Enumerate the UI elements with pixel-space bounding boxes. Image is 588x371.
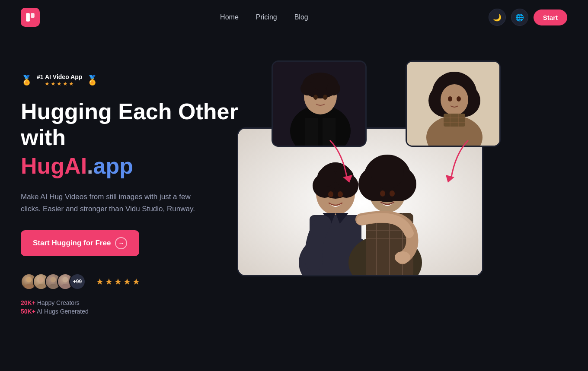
- star-5: ★: [132, 276, 140, 287]
- stat-creators: 20K+ Happy Creators: [21, 299, 246, 306]
- stat-creators-label: Happy Creators: [37, 299, 80, 306]
- avatars: +99: [21, 273, 81, 290]
- logo[interactable]: [21, 8, 40, 27]
- star-rating: ★ ★ ★ ★ ★: [96, 276, 140, 287]
- star-1: ★: [96, 276, 104, 287]
- cta-arrow-icon: →: [115, 237, 127, 249]
- svg-point-48: [338, 191, 343, 197]
- hero-left: 🏅 #1 AI Video App ★★★★★ 🏅 Hugging Each O…: [21, 60, 246, 315]
- accent-blue-text: app: [93, 153, 133, 178]
- svg-point-14: [300, 82, 314, 95]
- svg-point-62: [380, 190, 385, 197]
- hero-description: Make AI Hug Videos from still images wit…: [21, 191, 211, 214]
- svg-rect-17: [305, 118, 318, 147]
- laurel-left-icon: 🏅: [21, 75, 32, 86]
- star-3: ★: [114, 276, 122, 287]
- social-proof: +99 ★ ★ ★ ★ ★: [21, 273, 246, 290]
- stat-hugs-num: 50K+: [21, 308, 35, 315]
- image-person-black-jacket: [272, 60, 367, 147]
- badge-text: #1 AI Video App ★★★★★: [37, 73, 82, 87]
- stat-hugs-label: AI Hugs Generated: [37, 308, 89, 315]
- svg-point-7: [48, 284, 58, 290]
- moon-icon: 🌙: [493, 13, 502, 22]
- badge-rank: #1 AI Video App: [37, 73, 82, 80]
- stats: 20K+ Happy Creators 50K+ AI Hugs Generat…: [21, 299, 246, 315]
- svg-point-15: [326, 82, 340, 95]
- arrow-left: [321, 136, 356, 188]
- svg-marker-34: [343, 175, 352, 183]
- language-toggle[interactable]: 🌐: [511, 9, 528, 26]
- svg-point-6: [51, 277, 56, 282]
- svg-point-26: [441, 84, 468, 115]
- nav-home[interactable]: Home: [220, 13, 239, 21]
- svg-point-63: [390, 190, 395, 197]
- svg-point-2: [26, 277, 32, 282]
- svg-marker-35: [446, 175, 454, 183]
- svg-point-47: [328, 191, 333, 197]
- stat-creators-num: 20K+: [21, 299, 35, 306]
- svg-point-8: [63, 277, 68, 282]
- svg-rect-0: [26, 13, 30, 22]
- hero-heading-accent: HugAI.app: [21, 153, 246, 179]
- hero-heading-line1: Hugging Each Other with: [21, 99, 246, 151]
- image-person-afro: [406, 60, 501, 147]
- svg-point-64: [395, 251, 410, 263]
- arrow-right: [442, 136, 477, 188]
- badge: 🏅 #1 AI Video App ★★★★★ 🏅: [21, 73, 246, 87]
- svg-point-28: [457, 96, 461, 101]
- badge-stars: ★★★★★: [45, 80, 75, 87]
- svg-rect-1: [31, 13, 35, 18]
- svg-point-5: [36, 284, 45, 290]
- header-actions: 🌙 🌐 Start: [489, 9, 567, 26]
- svg-point-16: [313, 75, 328, 90]
- svg-point-27: [448, 96, 452, 101]
- svg-point-3: [24, 284, 33, 290]
- svg-point-61: [371, 156, 404, 189]
- svg-point-9: [61, 284, 70, 290]
- nav-blog[interactable]: Blog: [294, 13, 308, 21]
- svg-point-20: [323, 95, 327, 100]
- star-4: ★: [123, 276, 131, 287]
- svg-point-4: [38, 277, 44, 282]
- logo-icon: [21, 8, 40, 27]
- accent-dot-text: .: [87, 153, 93, 178]
- globe-icon: 🌐: [515, 13, 524, 22]
- nav: Home Pricing Blog: [220, 13, 308, 21]
- start-button[interactable]: Start: [534, 10, 567, 25]
- nav-pricing[interactable]: Pricing: [256, 13, 277, 21]
- svg-point-19: [313, 95, 318, 100]
- dark-mode-toggle[interactable]: 🌙: [489, 9, 506, 26]
- hero-section: 🏅 #1 AI Video App ★★★★★ 🏅 Hugging Each O…: [0, 35, 588, 320]
- star-2: ★: [105, 276, 113, 287]
- cta-label: Start Hugging for Free: [33, 239, 111, 247]
- svg-rect-29: [444, 114, 465, 127]
- laurel-right-icon: 🏅: [86, 75, 98, 86]
- hero-right: [237, 60, 567, 320]
- accent-red-text: HugAI: [21, 153, 87, 178]
- cta-button[interactable]: Start Hugging for Free →: [21, 230, 139, 256]
- avatar-count: +99: [69, 273, 86, 290]
- stat-hugs: 50K+ AI Hugs Generated: [21, 308, 246, 315]
